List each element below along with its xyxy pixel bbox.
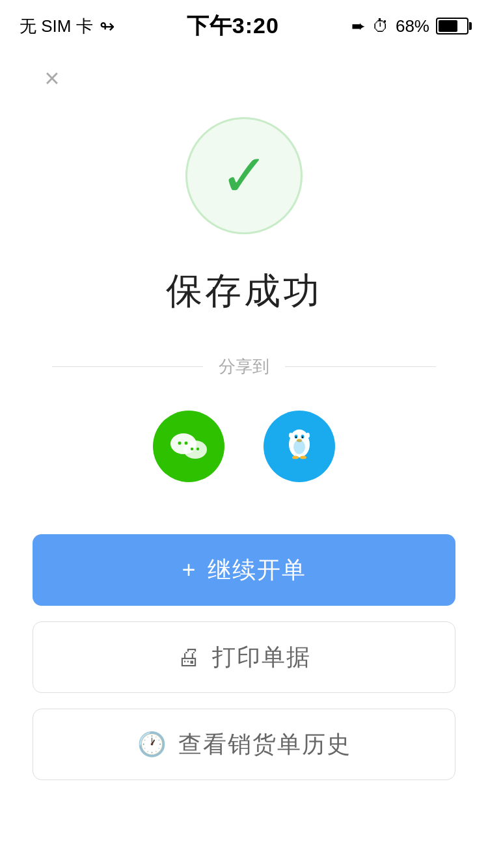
svg-point-13 [293, 440, 305, 454]
history-button[interactable]: 🕐 查看销货单历史 [33, 709, 455, 780]
alarm-icon: ⏱ [372, 16, 389, 36]
print-label: 打印单据 [212, 642, 311, 673]
location-icon: ➨ [351, 16, 366, 36]
divider-line-right [285, 366, 436, 367]
qq-share-button[interactable] [264, 411, 335, 482]
action-buttons: + 继续开单 🖨 打印单据 🕐 查看销货单历史 [0, 534, 488, 780]
svg-point-2 [178, 441, 181, 444]
svg-point-16 [289, 433, 293, 438]
status-left: 无 SIM 卡 ↬ [20, 15, 115, 38]
printer-icon: 🖨 [177, 644, 202, 671]
print-button[interactable]: 🖨 打印单据 [33, 621, 455, 693]
svg-point-10 [295, 437, 297, 438]
status-bar: 无 SIM 卡 ↬ 下午3:20 ➨ ⏱ 68% [0, 0, 488, 52]
qq-icon [280, 427, 318, 465]
checkmark-icon: ✓ [220, 146, 269, 205]
svg-point-17 [306, 433, 310, 438]
svg-point-15 [300, 456, 306, 459]
main-content: ✓ 保存成功 分享到 [0, 52, 488, 780]
svg-point-3 [184, 441, 187, 444]
svg-point-5 [196, 447, 198, 450]
history-label: 查看销货单历史 [178, 729, 351, 761]
no-sim-label: 无 SIM 卡 [20, 15, 93, 38]
close-icon[interactable]: × [44, 65, 59, 91]
battery-percent: 68% [396, 16, 429, 36]
wifi-icon: ↬ [100, 16, 115, 37]
close-button[interactable]: × [33, 59, 72, 98]
success-circle: ✓ [185, 117, 303, 234]
continue-label: 继续开单 [208, 554, 306, 586]
share-label: 分享到 [203, 355, 285, 378]
clock-icon: 🕐 [137, 731, 168, 758]
share-icons [153, 411, 335, 482]
plus-icon: + [182, 556, 197, 584]
svg-point-4 [190, 447, 193, 450]
share-divider: 分享到 [0, 355, 488, 378]
success-title: 保存成功 [166, 267, 322, 316]
svg-point-14 [292, 456, 299, 459]
wechat-share-button[interactable] [153, 411, 224, 482]
svg-point-11 [302, 437, 303, 438]
battery-icon [436, 18, 468, 34]
status-right: ➨ ⏱ 68% [351, 16, 468, 36]
wechat-icon [168, 426, 210, 468]
time-display: 下午3:20 [187, 11, 279, 41]
continue-button[interactable]: + 继续开单 [33, 534, 455, 606]
divider-line-left [52, 366, 203, 367]
